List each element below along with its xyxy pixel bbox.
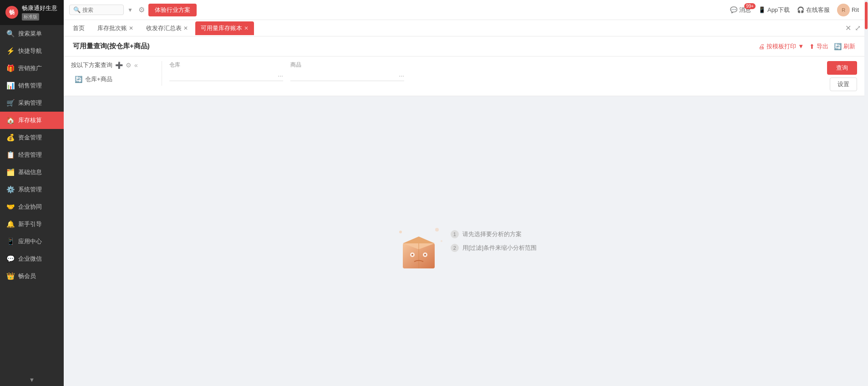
warehouse-input-wrapper[interactable]: ···	[169, 71, 283, 81]
filter-panel: 按以下方案查询 ➕ ⚙ « 🔄 仓库+商品 仓库 ···	[64, 57, 864, 96]
sidebar-item-finance[interactable]: 💰 资金管理	[0, 129, 64, 146]
filter-fields-col: 仓库 ··· 商品 ···	[162, 61, 827, 81]
tab-home[interactable]: 首页	[67, 21, 90, 35]
tab-batch[interactable]: 库存批次账 ✕	[92, 21, 139, 35]
topbar-user[interactable]: R Rit	[837, 4, 859, 16]
avatar: R	[837, 4, 850, 16]
refresh-btn[interactable]: 🔄 刷新	[834, 42, 855, 51]
sidebar-scroll: 🔍 搜索菜单 ⚡ 快捷导航 🎁 营销推广 📊 销售管理 🛒 采购管理 🏠 库存核…	[0, 25, 64, 374]
sidebar-scroll-down[interactable]: ▼	[0, 374, 64, 386]
inventory-icon: 🏠	[6, 116, 15, 124]
basic-icon: 🗂️	[6, 168, 15, 176]
add-scheme-btn[interactable]: ➕	[115, 62, 123, 69]
settings-btn[interactable]: 设置	[830, 77, 857, 91]
sidebar-item-member[interactable]: 👑 畅会员	[0, 268, 64, 285]
marketing-icon: 🎁	[6, 64, 15, 72]
product-input[interactable]	[290, 72, 399, 79]
topbar-message[interactable]: 💬 消息 99+	[730, 6, 751, 14]
sidebar-item-sales[interactable]: 📊 销售管理	[0, 77, 64, 94]
warehouse-dots-btn[interactable]: ···	[278, 72, 283, 79]
topbar-appdownload[interactable]: 📱 App下载	[758, 6, 790, 14]
sidebar-item-wecom[interactable]: 💬 企业微信	[0, 250, 64, 268]
guide-icon: 🔔	[6, 220, 15, 228]
svg-marker-2	[403, 237, 435, 243]
tab-batch-close[interactable]: ✕	[129, 25, 133, 31]
sidebar-item-marketing[interactable]: 🎁 营销推广	[0, 60, 64, 77]
svg-point-9	[399, 231, 402, 233]
scheme-refresh-icon: 🔄	[75, 76, 82, 83]
query-btn[interactable]: 查询	[827, 61, 857, 75]
appstore-icon: 📱	[6, 237, 15, 246]
scroll-indicator[interactable]	[865, 2, 868, 29]
sidebar-title: 畅康通好生意	[22, 5, 57, 12]
refresh-icon: 🔄	[834, 43, 842, 50]
sidebar-item-basic[interactable]: 🗂️ 基础信息	[0, 164, 64, 181]
sidebar-item-enterprise[interactable]: 🤝 企业协同	[0, 198, 64, 216]
warehouse-input[interactable]	[169, 72, 278, 79]
tab-summary-close[interactable]: ✕	[183, 25, 188, 31]
print-icon: 🖨	[758, 43, 765, 50]
product-dots-btn[interactable]: ···	[399, 72, 404, 79]
print-btn[interactable]: 🖨 按模板打印 ▼	[758, 42, 804, 51]
finance-icon: 💰	[6, 134, 15, 142]
sidebar-header: 畅 畅康通好生意 标准版	[0, 0, 64, 25]
system-icon: ⚙️	[6, 185, 15, 194]
sidebar-item-inventory[interactable]: 🏠 库存核算	[0, 112, 64, 129]
search-input[interactable]	[82, 7, 119, 13]
sidebar-item-purchase[interactable]: 🛒 采购管理	[0, 94, 64, 112]
edit-scheme-btn[interactable]: ⚙	[126, 62, 132, 69]
sidebar-item-search[interactable]: 🔍 搜索菜单	[0, 25, 64, 42]
wecom-icon: 💬	[6, 255, 15, 263]
svg-point-7	[411, 254, 413, 256]
tab-expand-btn[interactable]: ⤢	[855, 24, 861, 32]
sidebar-item-system[interactable]: ⚙️ 系统管理	[0, 181, 64, 198]
empty-state: 1 请先选择要分析的方案 2 用[过滤]条件来缩小分析范围	[64, 96, 864, 386]
page-header: 可用量查询(按仓库+商品) 🖨 按模板打印 ▼ ⬆ 导出 🔄 刷新	[64, 36, 864, 57]
content-area: 可用量查询(按仓库+商品) 🖨 按模板打印 ▼ ⬆ 导出 🔄 刷新	[64, 36, 864, 386]
message-icon: 💬	[730, 6, 737, 13]
sidebar-brand: 畅康通好生意 标准版	[22, 5, 57, 21]
empty-hint-1: 1 请先选择要分析的方案	[451, 230, 537, 238]
sidebar-item-operation[interactable]: 📋 经营管理	[0, 146, 64, 164]
tab-available[interactable]: 可用量库存账本 ✕	[195, 21, 254, 35]
tab-available-close[interactable]: ✕	[244, 25, 249, 31]
sidebar-item-guide[interactable]: 🔔 新手引导	[0, 216, 64, 233]
topbar-search-icon: 🔍	[73, 6, 81, 13]
product-input-wrapper[interactable]: ···	[290, 71, 404, 81]
topbar-gear-icon[interactable]: ⚙	[138, 5, 145, 14]
hint-num-2: 2	[451, 244, 459, 252]
sidebar-item-appstore[interactable]: 📱 应用中心	[0, 233, 64, 250]
purchase-icon: 🛒	[6, 99, 15, 107]
enterprise-icon: 🤝	[6, 203, 15, 211]
search-icon: 🔍	[6, 30, 15, 38]
phone-icon: 📱	[758, 6, 766, 13]
sidebar-subtitle: 标准版	[22, 13, 39, 21]
topbar-dropdown-icon[interactable]: ▼	[127, 7, 133, 13]
tab-close-all-btn[interactable]: ✕	[845, 24, 851, 32]
right-panel	[864, 0, 868, 386]
collapse-scheme-btn[interactable]: «	[134, 62, 138, 69]
trial-btn[interactable]: 体验行业方案	[148, 4, 197, 16]
empty-hint: 1 请先选择要分析的方案 2 用[过滤]条件来缩小分析范围	[451, 230, 537, 252]
service-icon: 🎧	[797, 6, 804, 13]
main-area: 🔍 ▼ ⚙ 体验行业方案 💬 消息 99+ 📱 App下载 🎧 在线客服 R R…	[64, 0, 864, 386]
tab-summary[interactable]: 收发存汇总表 ✕	[141, 21, 193, 35]
sales-icon: 📊	[6, 82, 15, 90]
topbar-service[interactable]: 🎧 在线客服	[797, 6, 830, 14]
print-dropdown-icon[interactable]: ▼	[798, 43, 804, 50]
member-icon: 👑	[6, 272, 15, 280]
sidebar-item-quicknav[interactable]: ⚡ 快捷导航	[0, 42, 64, 60]
filter-scheme-col: 按以下方案查询 ➕ ⚙ « 🔄 仓库+商品	[71, 61, 162, 86]
empty-hint-2: 2 用[过滤]条件来缩小分析范围	[451, 244, 537, 252]
scheme-item-warehouse-product[interactable]: 🔄 仓库+商品	[71, 73, 156, 86]
filter-scheme-header: 按以下方案查询 ➕ ⚙ «	[71, 61, 156, 69]
topbar-right: 💬 消息 99+ 📱 App下载 🎧 在线客服 R Rit	[730, 4, 859, 16]
export-btn[interactable]: ⬆ 导出	[809, 42, 828, 51]
topbar-search-box[interactable]: 🔍	[69, 5, 124, 15]
empty-svg-illustration	[391, 218, 446, 273]
warehouse-label: 仓库	[169, 61, 283, 69]
page-header-actions: 🖨 按模板打印 ▼ ⬆ 导出 🔄 刷新	[758, 42, 855, 51]
operation-icon: 📋	[6, 151, 15, 159]
username: Rit	[852, 6, 859, 13]
message-badge: 99+	[744, 3, 756, 9]
